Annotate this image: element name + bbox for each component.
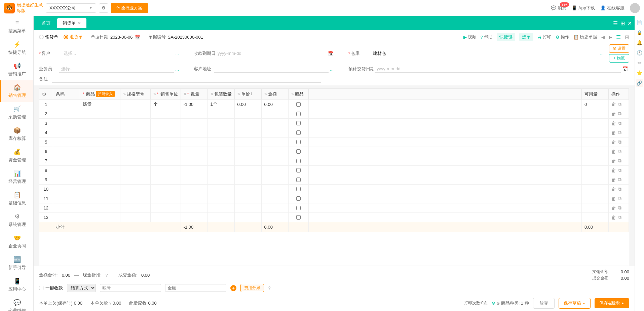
sidebar-item-marketing[interactable]: 📢 营销推广 — [0, 59, 33, 80]
right-panel-bell-icon[interactable]: 🔔 — [636, 39, 643, 46]
gift-checkbox[interactable] — [296, 102, 301, 107]
gift-checkbox[interactable] — [296, 121, 301, 125]
save-new-button[interactable]: 保存&新增 ▲ — [595, 298, 629, 308]
gift-checkbox[interactable] — [296, 112, 301, 116]
add-payment-button[interactable]: + — [230, 285, 236, 291]
sidebar-item-capital[interactable]: 💰 资金管理 — [0, 145, 33, 166]
sidebar-item-app-center[interactable]: 📱 应用中心 — [0, 274, 33, 296]
payment-due-input[interactable] — [216, 50, 327, 57]
app-download-button[interactable]: 📱 App下载 — [572, 5, 595, 11]
help-action-btn[interactable]: ? 帮助 — [481, 34, 493, 40]
experience-button[interactable]: 体验行业方案 — [111, 3, 148, 13]
shortcut-action-btn[interactable]: 快捷键 — [497, 33, 515, 41]
operate-action-btn[interactable]: ⚙ 操作 — [556, 34, 569, 40]
copy-row-icon[interactable]: ⧉ — [618, 167, 621, 173]
tab-close-icon[interactable]: ✕ — [78, 21, 81, 26]
delete-row-icon[interactable]: 🗑 — [611, 102, 616, 107]
gift-checkbox[interactable] — [296, 130, 301, 135]
data-table-container[interactable]: ⚙ 条码 * 商品 扫码录入 — [39, 88, 629, 266]
right-panel-clock-icon[interactable]: 🕐 — [636, 49, 643, 56]
sidebar-item-system[interactable]: ⚙ 系统管理 — [0, 209, 33, 231]
gift-checkbox[interactable] — [296, 168, 301, 172]
copy-row-icon[interactable]: ⧉ — [618, 186, 621, 192]
sidebar-item-search[interactable]: ≡ 搜索菜单 — [0, 16, 33, 37]
delete-row-icon[interactable]: 🗑 — [611, 168, 616, 173]
return-order-radio[interactable]: 退货单 — [64, 34, 83, 40]
list-view-icon[interactable]: ☰ — [616, 34, 621, 40]
delivery-date-input[interactable] — [375, 65, 621, 73]
sort-icon[interactable]: ⇅ — [211, 92, 213, 96]
delete-row-icon[interactable]: 🗑 — [611, 187, 616, 192]
tab-grid-view-icon[interactable]: ⊞ — [620, 20, 625, 27]
delivery-calendar-icon[interactable]: 📅 — [621, 66, 629, 72]
copy-row-icon[interactable]: ⧉ — [618, 139, 621, 145]
sidebar-item-basic[interactable]: 📋 基础信息 — [0, 188, 33, 209]
tab-sales-order[interactable]: 销货单 ✕ — [57, 18, 86, 28]
customer-dots-icon[interactable]: ... — [174, 51, 180, 56]
price-info-icon[interactable]: ℹ — [251, 92, 252, 96]
delete-row-icon[interactable]: 🗑 — [611, 121, 616, 126]
right-panel-lock-icon[interactable]: 🔒 — [636, 29, 643, 36]
delete-row-icon[interactable]: 🗑 — [611, 149, 616, 154]
delete-row-icon[interactable]: 🗑 — [611, 158, 616, 164]
expense-split-button[interactable]: 费用分摊 — [240, 284, 264, 292]
gift-checkbox[interactable] — [296, 187, 301, 191]
next-record-icon[interactable]: ▶ — [609, 35, 612, 40]
sidebar-item-wechat[interactable]: 💬 企业微信 — [0, 296, 33, 311]
one-click-pay-checkbox[interactable] — [39, 286, 43, 290]
delete-row-icon[interactable]: 🗑 — [611, 205, 616, 211]
sales-order-radio[interactable]: 销货单 — [39, 34, 58, 40]
filter-action-btn[interactable]: 选单 — [519, 33, 533, 41]
settle-method-select[interactable]: 结算方式 — [67, 284, 96, 292]
salesperson-input[interactable] — [59, 65, 174, 73]
delete-row-icon[interactable]: 🗑 — [611, 177, 616, 183]
row-spec[interactable] — [120, 100, 150, 109]
row-amount[interactable]: 0.00 — [261, 100, 288, 109]
customer-input[interactable] — [62, 50, 174, 57]
customer-addr-input[interactable] — [214, 65, 329, 73]
print-action-btn[interactable]: 🖨 打印 — [537, 34, 552, 40]
online-support-button[interactable]: 👤 在线客服 — [600, 5, 624, 11]
copy-row-icon[interactable]: ⧉ — [618, 149, 621, 154]
right-panel-edit-icon[interactable]: ✏ — [636, 59, 643, 67]
sort-icon[interactable]: ⇅ — [123, 92, 126, 96]
discard-button[interactable]: 放弃 — [533, 298, 555, 309]
salesperson-dots-icon[interactable]: ... — [174, 67, 180, 72]
settings-gear-button[interactable]: ⚙ — [99, 3, 108, 13]
tab-close-all-icon[interactable]: ✕ — [628, 20, 632, 27]
settings-button[interactable]: ⊙ 设置 — [609, 44, 629, 53]
copy-row-icon[interactable]: ⧉ — [618, 205, 621, 211]
copy-row-icon[interactable]: ⧉ — [618, 177, 621, 183]
expense-help-icon[interactable]: ? — [268, 285, 271, 291]
addr-dots-icon[interactable]: ... — [329, 67, 335, 72]
video-action-btn[interactable]: ▶ 视频 — [463, 34, 477, 40]
sort-icon[interactable]: ⇅ — [264, 92, 267, 96]
row-product[interactable]: 拣货 — [80, 100, 120, 109]
gift-checkbox[interactable] — [296, 178, 301, 182]
sidebar-item-quick-nav[interactable]: ⚡ 快捷导航 — [0, 37, 33, 59]
delete-row-icon[interactable]: 🗑 — [611, 140, 616, 145]
gift-checkbox[interactable] — [296, 206, 301, 210]
sidebar-item-enterprise[interactable]: 🤝 企业协同 — [0, 231, 33, 252]
row-unit[interactable]: 个 — [150, 100, 181, 109]
payment-calendar-icon[interactable]: 📅 — [327, 51, 335, 56]
prev-record-icon[interactable]: ◀ — [601, 35, 605, 40]
cash-discount-info-icon[interactable]: ? — [106, 273, 108, 278]
row-price[interactable]: 0.00 — [234, 100, 261, 109]
gift-checkbox[interactable] — [296, 149, 301, 154]
sort-icon[interactable]: ⇅ — [237, 92, 240, 96]
copy-row-icon[interactable]: ⧉ — [618, 158, 621, 164]
debt-info-icon[interactable]: ? — [109, 301, 111, 305]
copy-row-icon[interactable]: ⧉ — [618, 120, 621, 126]
calendar-icon[interactable]: 📅 — [135, 35, 140, 40]
sidebar-item-inventory[interactable]: 📦 库存核算 — [0, 123, 33, 145]
product-type-icon[interactable]: ⊙ — [492, 301, 495, 306]
delete-row-icon[interactable]: 🗑 — [611, 196, 616, 201]
row-barcode[interactable] — [53, 100, 80, 109]
gift-checkbox[interactable] — [296, 140, 301, 144]
copy-row-icon[interactable]: ⧉ — [618, 111, 621, 117]
sidebar-item-purchase[interactable]: 🛒 采购管理 — [0, 102, 33, 123]
right-panel-doc-icon[interactable]: 📄 — [636, 19, 643, 26]
sidebar-item-guide[interactable]: 🆕 新手引导 — [0, 252, 33, 274]
warehouse-input[interactable]: 建材仓 — [371, 50, 599, 57]
